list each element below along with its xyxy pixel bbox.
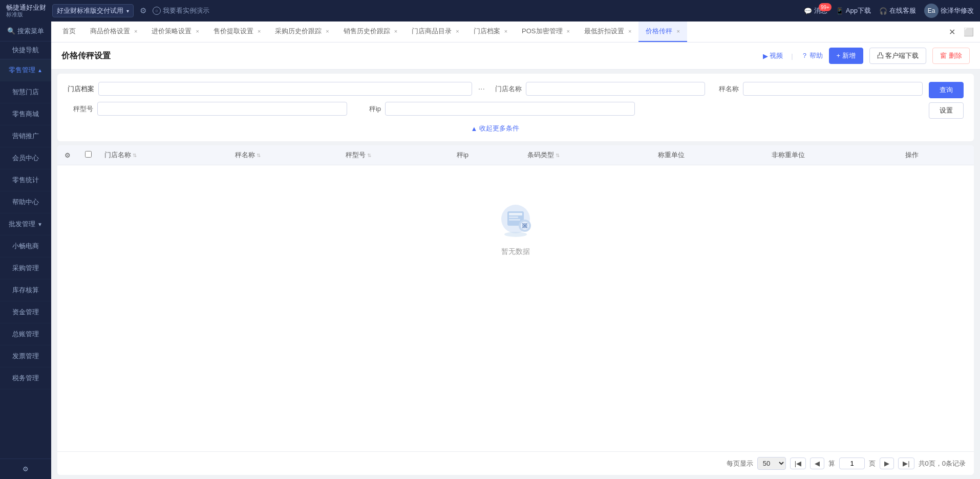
th-non-weight-unit: 非称重单位 xyxy=(765,145,899,165)
tab-min-discount[interactable]: 最低折扣设置 × xyxy=(577,21,638,42)
scale-model-field: 秤型号 xyxy=(68,102,347,116)
sidebar-item-smart-store[interactable]: 智慧门店 xyxy=(0,81,51,103)
tab-close-sale-price[interactable]: × xyxy=(258,28,261,34)
sidebar-item-member[interactable]: 会员中心 xyxy=(0,147,51,169)
next-page-button[interactable]: ▶ xyxy=(880,458,894,469)
tab-close-all-button[interactable]: ✕ xyxy=(947,25,957,39)
query-button[interactable]: 查询 xyxy=(929,82,964,98)
sidebar-item-xiaochen[interactable]: 小畅电商 xyxy=(0,235,51,257)
last-page-button[interactable]: ▶| xyxy=(898,458,914,469)
tab-close-purchase-history[interactable]: × xyxy=(326,28,329,34)
sidebar-item-general[interactable]: 总账管理 xyxy=(0,323,51,345)
video-icon: ▶ xyxy=(763,52,768,60)
sidebar-search[interactable]: 🔍 搜索菜单 xyxy=(0,21,51,41)
client-download-button[interactable]: 凸 客户端下载 xyxy=(869,48,927,64)
tab-close-store-archive[interactable]: × xyxy=(504,28,507,34)
sidebar-settings[interactable]: ⚙ xyxy=(0,459,51,479)
th-store-name[interactable]: 门店名称 ⇅ xyxy=(98,145,229,165)
store-archive-label: 门店档案 xyxy=(68,84,94,94)
sidebar-item-finance[interactable]: 资金管理 xyxy=(0,301,51,323)
online-service-button[interactable]: 🎧 在线客服 xyxy=(879,6,916,15)
settings-button[interactable]: 设置 xyxy=(929,102,964,119)
per-page-select[interactable]: 10 20 50 100 xyxy=(757,457,786,470)
th-barcode-type[interactable]: 条码类型 ⇅ xyxy=(521,145,652,165)
delete-button[interactable]: 窗 删除 xyxy=(932,48,970,64)
page-word: 算 xyxy=(828,459,835,468)
total-info: 共0页，0条记录 xyxy=(919,459,966,468)
search-icon: 🔍 xyxy=(7,27,15,35)
add-button[interactable]: + 新增 xyxy=(829,48,863,64)
tab-sale-price[interactable]: 售价提取设置 × xyxy=(206,21,268,42)
sidebar-item-invoice[interactable]: 发票管理 xyxy=(0,345,51,367)
version-select[interactable]: 好业财标准版交付试用 ▾ xyxy=(52,4,134,17)
scale-name-input[interactable] xyxy=(743,82,923,96)
store-name-input[interactable] xyxy=(526,82,705,96)
tab-pos-mgmt[interactable]: POS加密管理 × xyxy=(515,21,577,42)
th-settings[interactable]: ⚙ xyxy=(57,145,78,165)
gear-icon[interactable]: ⚙ xyxy=(140,6,146,15)
sidebar-quick-nav[interactable]: 快捷导航 xyxy=(0,41,51,59)
store-archive-field: 门店档案 ··· xyxy=(68,82,487,96)
sidebar-item-help[interactable]: 帮助中心 xyxy=(0,191,51,213)
app-download-button[interactable]: 📱 App下载 xyxy=(836,6,871,15)
sidebar-item-tax[interactable]: 税务管理 xyxy=(0,367,51,389)
collapse-button[interactable]: ▲ 收起更多条件 xyxy=(471,124,520,133)
th-scale-model[interactable]: 秤型号 ⇅ xyxy=(339,145,451,165)
video-link[interactable]: ▶ 视频 xyxy=(763,51,783,60)
sidebar-item-inventory[interactable]: 库存核算 xyxy=(0,279,51,301)
tab-close-sale-history[interactable]: × xyxy=(394,28,397,34)
th-checkbox[interactable] xyxy=(78,145,98,165)
scale-model-input[interactable] xyxy=(97,102,347,116)
first-page-button[interactable]: |◀ xyxy=(790,458,806,469)
sidebar-item-wholesale[interactable]: 批发管理 ▼ xyxy=(0,213,51,235)
demo-icon: ○ xyxy=(153,7,161,15)
th-scale-name[interactable]: 秤名称 ⇅ xyxy=(229,145,340,165)
tab-close-pos-mgmt[interactable]: × xyxy=(567,28,570,34)
empty-illustration xyxy=(490,196,541,247)
top-bar: 畅捷通好业财 标准版 好业财标准版交付试用 ▾ ⚙ ○ 我要看实例演示 💬 消息… xyxy=(0,0,980,21)
scale-ip-input[interactable] xyxy=(385,102,635,116)
tab-store-archive[interactable]: 门店档案 × xyxy=(466,21,515,42)
content-area: 首页 商品价格设置 × 进价策略设置 × 售价提取设置 × 采购历史价跟踪 × … xyxy=(51,21,980,479)
sidebar-item-marketing[interactable]: 营销推广 xyxy=(0,125,51,147)
tab-maximize-button[interactable]: ⬜ xyxy=(962,25,976,39)
sidebar-item-retail-mgmt[interactable]: 零售管理 ▲ xyxy=(0,59,51,81)
messages-button[interactable]: 💬 消息 99+ xyxy=(804,6,827,15)
sort-icon: ⇅ xyxy=(556,153,560,158)
help-link[interactable]: ？ 帮助 xyxy=(801,51,823,60)
tab-purchase-history[interactable]: 采购历史价跟踪 × xyxy=(268,21,336,42)
scale-name-field: 秤名称 xyxy=(713,82,923,96)
gear-icon: ⚙ xyxy=(65,151,71,159)
tab-close-commodity-price[interactable]: × xyxy=(134,28,137,34)
tab-close-store-catalog[interactable]: × xyxy=(456,28,459,34)
sidebar-item-retail-stat[interactable]: 零售统计 xyxy=(0,169,51,191)
tab-store-catalog[interactable]: 门店商品目录 × xyxy=(404,21,466,42)
tab-sale-history[interactable]: 销售历史价跟踪 × xyxy=(336,21,404,42)
tab-close-price-scale[interactable]: × xyxy=(676,28,679,34)
tab-home[interactable]: 首页 xyxy=(55,21,83,42)
tab-commodity-price[interactable]: 商品价格设置 × xyxy=(83,21,144,42)
user-menu[interactable]: Ea 徐泽华修改 xyxy=(924,4,974,18)
headset-icon: 🎧 xyxy=(879,7,887,15)
tab-close-min-discount[interactable]: × xyxy=(628,28,631,34)
tab-purchase-strategy[interactable]: 进价策略设置 × xyxy=(144,21,206,42)
sidebar-item-retail-mall[interactable]: 零售商城 xyxy=(0,103,51,125)
sidebar-item-purchase[interactable]: 采购管理 xyxy=(0,257,51,279)
store-archive-input[interactable] xyxy=(98,82,472,96)
empty-text: 暂无数据 xyxy=(501,247,530,256)
demo-link[interactable]: ○ 我要看实例演示 xyxy=(153,6,209,15)
page-input[interactable] xyxy=(839,458,865,469)
prev-page-button[interactable]: ◀ xyxy=(810,458,824,469)
tab-bar-controls: ✕ ⬜ xyxy=(947,25,976,39)
sort-icon: ⇅ xyxy=(367,153,371,158)
table-container: ⚙ 门店名称 ⇅ xyxy=(57,145,974,451)
tab-close-purchase-strategy[interactable]: × xyxy=(196,28,199,34)
store-archive-dots-icon[interactable]: ··· xyxy=(476,84,487,94)
app-logo: 畅捷通好业财 标准版 xyxy=(6,4,46,18)
tab-price-scale[interactable]: 价格传秤 × xyxy=(638,21,687,42)
select-all-checkbox[interactable] xyxy=(85,151,92,158)
table-wrap: ⚙ 门店名称 ⇅ xyxy=(57,145,974,475)
empty-state: 暂无数据 xyxy=(57,165,974,287)
svg-rect-3 xyxy=(509,213,522,215)
search-row-1: 门店档案 ··· 门店名称 秤名称 xyxy=(68,82,923,96)
